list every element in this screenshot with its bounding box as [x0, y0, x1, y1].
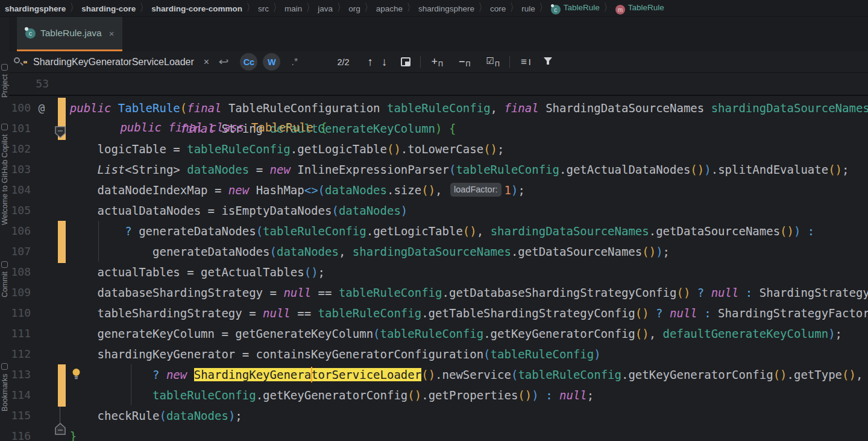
code-text: public TableRule(final TableRuleConfigur…: [0, 101, 868, 115]
remove-occurrence-icon[interactable]: −Π: [459, 56, 470, 68]
code-line-109[interactable]: 109 databaseShardingStrategy = null == t…: [0, 282, 868, 303]
breadcrumb-separator: 〉: [479, 1, 486, 16]
tool-window-icon: [1, 64, 8, 71]
code-line-112[interactable]: 112 shardingKeyGenerator = containsKeyGe…: [0, 344, 868, 364]
ide-window: shardingsphere〉sharding-core〉sharding-co…: [0, 0, 868, 441]
select-all-occurrences-icon[interactable]: ☑Π: [486, 56, 500, 68]
match-count: 2/2: [337, 57, 349, 67]
match-case-toggle[interactable]: Cc: [240, 53, 257, 71]
class-icon: c: [551, 5, 561, 14]
filter-icon[interactable]: [543, 57, 553, 68]
tool-window-button-bookmarks[interactable]: Bookmarks: [0, 338, 9, 411]
code-text: generateKeyColumn = getGenerateKeyColumn…: [0, 327, 842, 340]
code-line-110[interactable]: 110 tableShardingStrategy = null == tabl…: [0, 303, 868, 323]
code-line-107[interactable]: 107 generateDataNodes(dataNodes, shardin…: [0, 241, 868, 262]
search-field-options-icon[interactable]: ≡I: [521, 56, 531, 68]
sticky-header-line[interactable]: 53 public final class TableRule {: [9, 73, 868, 96]
code-line-104[interactable]: 104 dataNodeIndexMap = new HashMap<>(dat…: [0, 180, 868, 200]
code-text: generateDataNodes(dataNodes, shardingDat…: [0, 245, 670, 258]
breadcrumb-separator: 〉: [407, 1, 414, 16]
breadcrumb-separator: 〉: [337, 1, 344, 16]
code-line-115[interactable]: 115 checkRule(dataNodes);: [0, 405, 868, 426]
vcs-change-marker[interactable]: [58, 221, 66, 263]
breadcrumb-item[interactable]: sharding-core-common: [151, 3, 242, 14]
search-icon[interactable]: [14, 57, 26, 68]
tool-window-button-structure[interactable]: Structure: [0, 427, 9, 441]
breadcrumb-item[interactable]: main: [285, 3, 302, 14]
code-line-111[interactable]: 111 generateKeyColumn = getGenerateKeyCo…: [0, 323, 868, 344]
sticky-code-text: public final class TableRule {: [51, 121, 327, 134]
code-line-105[interactable]: 105 actualDataNodes = isEmptyDataNodes(d…: [0, 200, 868, 221]
code-line-106[interactable]: 106 ? generateDataNodes(tableRuleConfig.…: [0, 221, 868, 241]
editor-tab-bar: c TableRule.java ×: [9, 17, 868, 51]
tab-title: TableRule.java: [40, 28, 102, 39]
breadcrumb-separator: 〉: [273, 1, 280, 16]
code-text: ? generateDataNodes(tableRuleConfig.getL…: [0, 224, 814, 238]
tool-window-icon: [1, 261, 8, 268]
breadcrumb-item[interactable]: apache: [376, 3, 403, 14]
search-input[interactable]: ShardingKeyGeneratorServiceLoader: [33, 57, 194, 68]
code-text: actualDataNodes = isEmptyDataNodes(dataN…: [0, 204, 407, 217]
code-line-100[interactable]: 100@ public TableRule(final TableRuleCon…: [0, 98, 868, 118]
code-line-116[interactable]: 116 }: [0, 426, 868, 441]
tool-window-button-welcome-to-github-copilot[interactable]: Welcome to GitHub Copilot: [0, 122, 9, 225]
find-bar: ShardingKeyGeneratorServiceLoader × ↩ Cc…: [9, 51, 868, 73]
code-text: tableShardingStrategy = null == tableRul…: [0, 306, 868, 320]
method-icon: m: [615, 5, 625, 14]
newline-icon[interactable]: ↩: [219, 56, 229, 68]
code-line-113[interactable]: 113 ? new ShardingKeyGeneratorServiceLoa…: [0, 364, 868, 385]
tool-window-icon: [1, 124, 8, 130]
breadcrumb-separator: 〉: [70, 1, 77, 16]
indent-guide: [131, 364, 131, 405]
close-icon[interactable]: ×: [109, 28, 115, 39]
breadcrumb-item[interactable]: mTableRule: [615, 2, 664, 15]
breadcrumb-item[interactable]: shardingsphere: [418, 3, 474, 14]
clear-search-icon[interactable]: ×: [204, 57, 209, 68]
open-in-find-window-icon[interactable]: [401, 57, 410, 66]
breadcrumb: shardingsphere〉sharding-core〉sharding-co…: [0, 0, 868, 17]
breadcrumb-item[interactable]: src: [258, 3, 269, 14]
breadcrumb-separator: 〉: [604, 1, 611, 16]
code-text: checkRule(dataNodes);: [0, 409, 242, 422]
add-occurrence-icon[interactable]: +Π: [432, 56, 443, 68]
previous-occurrence-icon[interactable]: ↑: [368, 56, 374, 69]
code-text: List<String> dataNodes = new InlineExpre…: [0, 163, 849, 176]
tool-window-button-commit[interactable]: Commit: [0, 240, 9, 297]
words-toggle[interactable]: W: [263, 53, 280, 71]
fold-marker-up[interactable]: [54, 422, 67, 438]
code-line-114[interactable]: 114 tableRuleConfig.getKeyGeneratorConfi…: [0, 385, 868, 405]
breadcrumb-item[interactable]: sharding-core: [81, 3, 136, 14]
breadcrumb-separator: 〉: [510, 1, 517, 16]
indent-guide: [98, 221, 99, 262]
breadcrumb-item[interactable]: cTableRule: [551, 2, 600, 15]
tool-window-button-project[interactable]: Project: [0, 37, 9, 98]
divider: [420, 56, 421, 68]
sticky-line-number: 53: [9, 73, 49, 95]
fold-guide-line: [60, 405, 60, 424]
breadcrumb-item[interactable]: rule: [521, 3, 535, 14]
vcs-change-marker[interactable]: [58, 364, 66, 407]
code-text: logicTable = tableRuleConfig.getLogicTab…: [0, 142, 504, 156]
next-occurrence-icon[interactable]: ↓: [382, 56, 388, 69]
code-line-103[interactable]: 103 List<String> dataNodes = new InlineE…: [0, 159, 868, 180]
class-icon: c: [25, 28, 36, 39]
breadcrumb-separator: 〉: [140, 1, 147, 16]
breadcrumb-item[interactable]: java: [318, 3, 333, 14]
intention-lightbulb-icon[interactable]: [71, 368, 81, 382]
regex-toggle[interactable]: .*: [286, 53, 303, 71]
code-line-102[interactable]: 102 logicTable = tableRuleConfig.getLogi…: [0, 139, 868, 159]
code-text: databaseShardingStrategy = null == table…: [0, 286, 868, 299]
divider: [509, 56, 510, 68]
search-match-highlight: ShardingKeyGeneratorServiceLoader: [194, 368, 422, 381]
breadcrumb-item[interactable]: org: [348, 3, 360, 14]
breadcrumb-separator: 〉: [539, 1, 547, 16]
code-editor[interactable]: 100@ public TableRule(final TableRuleCon…: [0, 96, 868, 441]
breadcrumb-item[interactable]: shardingsphere: [5, 3, 66, 14]
breadcrumb-separator: 〉: [247, 1, 254, 16]
tool-window-icon: [1, 363, 8, 370]
tab-tablerule-java[interactable]: c TableRule.java ×: [17, 17, 122, 51]
breadcrumb-separator: 〉: [365, 1, 372, 16]
breadcrumb-item[interactable]: core: [490, 3, 506, 14]
code-line-108[interactable]: 108 actualTables = getActualTables();: [0, 262, 868, 282]
code-text: ? new ShardingKeyGeneratorServiceLoader(…: [0, 368, 863, 381]
